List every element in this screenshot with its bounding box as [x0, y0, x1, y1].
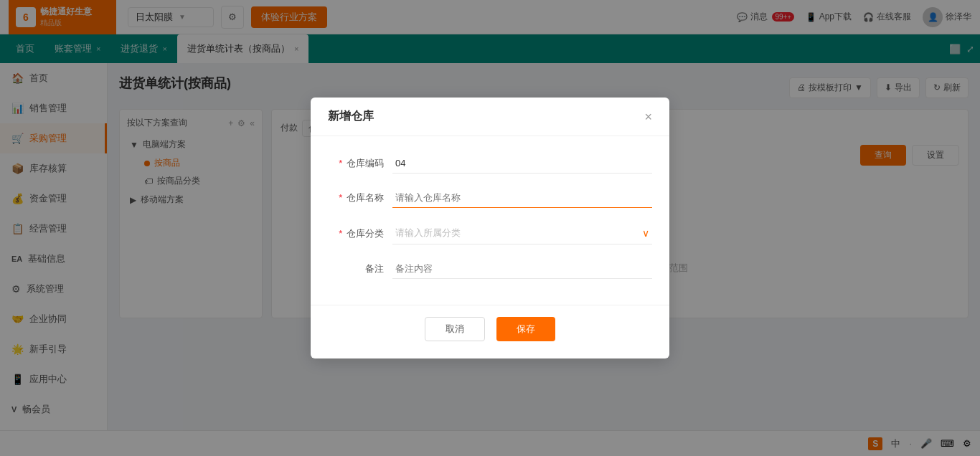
warehouse-category-row: * 仓库分类 请输入所属分类 ∨: [328, 222, 652, 244]
warehouse-name-label: * 仓库名称: [328, 191, 392, 204]
warehouse-name-row: * 仓库名称: [328, 188, 652, 208]
modal-footer: 取消 保存: [311, 305, 669, 358]
chevron-down-icon: ∨: [642, 227, 649, 239]
modal-body: * 仓库编码 * 仓库名称 * 仓库分类 请输入所属: [311, 136, 669, 305]
note-label: 备注: [328, 262, 392, 275]
modal-add-warehouse: 新增仓库 × * 仓库编码 * 仓库名称: [311, 98, 669, 358]
save-button[interactable]: 保存: [496, 317, 555, 341]
warehouse-code-row: * 仓库编码: [328, 153, 652, 174]
warehouse-code-input[interactable]: [392, 153, 652, 174]
modal-close-button[interactable]: ×: [644, 110, 652, 123]
note-input[interactable]: [392, 259, 652, 279]
note-row: 备注: [328, 259, 652, 279]
modal-title: 新增仓库: [328, 109, 374, 124]
modal-header: 新增仓库 ×: [311, 98, 669, 136]
modal-overlay[interactable]: 新增仓库 × * 仓库编码 * 仓库名称: [0, 0, 980, 456]
warehouse-category-label: * 仓库分类: [328, 227, 392, 240]
cancel-button[interactable]: 取消: [425, 317, 485, 341]
warehouse-category-select[interactable]: 请输入所属分类 ∨: [392, 222, 652, 244]
warehouse-code-label: * 仓库编码: [328, 157, 392, 170]
warehouse-name-input[interactable]: [392, 188, 652, 208]
category-placeholder: 请输入所属分类: [395, 227, 461, 239]
